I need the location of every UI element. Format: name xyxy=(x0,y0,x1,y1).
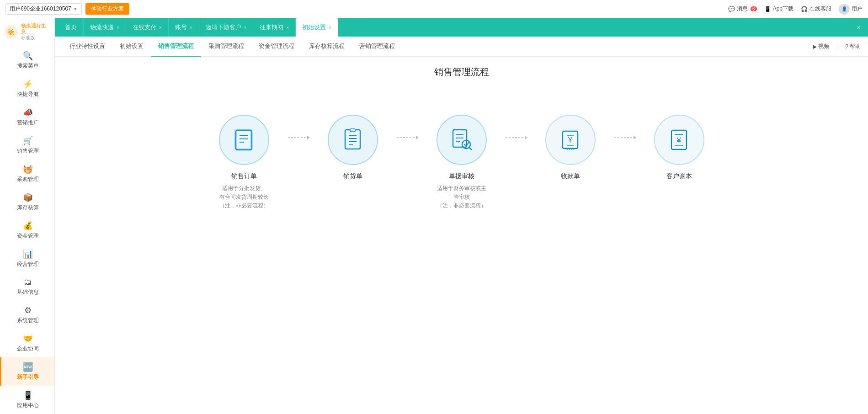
message-label: 消息 xyxy=(737,5,748,13)
nav-tab-payment-label: 在线支付 xyxy=(133,23,156,32)
content-area: 首页 物流快递 × 在线支付 × 账号 × 邀请下游客户 × 往来期初 × xyxy=(55,18,868,414)
nav-close-all-button[interactable]: × xyxy=(853,24,864,31)
sub-tab-purchase-flow[interactable]: 采购管理流程 xyxy=(201,37,251,57)
sidebar-label-sales: 销售管理 xyxy=(17,147,39,155)
app-download-label: App下载 xyxy=(773,5,793,13)
flow-arrow-3 xyxy=(503,133,529,142)
sub-tab-init[interactable]: 初始设置 xyxy=(112,37,151,57)
flow-arrow-1 xyxy=(285,133,312,142)
help-icon: ? xyxy=(845,43,848,50)
sub-tabs: 行业特性设置 初始设置 销售管理流程 采购管理流程 资金管理流程 库存核算流程 … xyxy=(55,37,868,57)
help-label: 帮助 xyxy=(850,42,861,50)
nav-tab-invite-close[interactable]: × xyxy=(244,25,247,30)
sub-tab-inventory-flow[interactable]: 库存核算流程 xyxy=(302,37,352,57)
headset-icon: 🎧 xyxy=(801,6,808,12)
flow-item-doc-review: 单据审核 适用于财务审核或主管审核（注：非必要流程） xyxy=(421,115,503,211)
nav-tab-logistics-close[interactable]: × xyxy=(117,25,119,30)
main-layout: 畅 畅康通好生意 标准版 🔍 搜索菜单 ⚡ 快捷导航 📣 营销推广 🛒 销售管理… xyxy=(0,18,868,414)
sidebar-item-marketing[interactable]: 📣 营销推广 xyxy=(0,103,54,131)
nav-tab-home[interactable]: 首页 xyxy=(59,18,84,37)
nav-tab-account[interactable]: 账号 × xyxy=(169,18,199,37)
nav-tab-payment-close[interactable]: × xyxy=(159,25,162,30)
sub-tab-industry-label: 行业特性设置 xyxy=(69,42,105,50)
search-icon: 🔍 xyxy=(23,51,33,61)
avatar: 👤 xyxy=(839,4,850,15)
sidebar-item-inventory[interactable]: 📦 库存核算 xyxy=(0,188,54,216)
nav-tab-home-label: 首页 xyxy=(65,23,77,32)
megaphone-icon: 📣 xyxy=(23,107,33,117)
flow-circle-sales-order[interactable] xyxy=(219,115,269,165)
nav-tab-period[interactable]: 往来期初 × xyxy=(253,18,296,37)
nav-bar: 首页 物流快递 × 在线支付 × 账号 × 邀请下游客户 × 往来期初 × xyxy=(55,18,868,37)
money-icon: 💰 xyxy=(23,221,33,231)
svg-marker-16 xyxy=(416,136,419,139)
logo-text-block: 畅康通好生意 标准版 xyxy=(21,23,51,41)
sidebar-item-finance[interactable]: 💰 资金管理 xyxy=(0,216,54,244)
sidebar-item-quick-nav[interactable]: ⚡ 快捷导航 xyxy=(0,74,54,103)
sub-tab-inventory-flow-label: 库存核算流程 xyxy=(309,42,345,50)
sub-tab-sales-flow-label: 销售管理流程 xyxy=(158,42,194,50)
flow-desc-doc-review: 适用于财务审核或主管审核（注：非必要流程） xyxy=(437,184,486,211)
folder-icon: 🗂 xyxy=(24,277,32,287)
sub-tab-init-label: 初始设置 xyxy=(120,42,144,50)
video-link[interactable]: ▶ 视频 xyxy=(813,42,829,50)
flow-name-customer-ledger: 客户账本 xyxy=(666,172,692,180)
nav-tab-account-close[interactable]: × xyxy=(190,25,192,30)
flow-item-sales-order: 销售订单 适用于分批发货、有合同发货周期较长（注：非必要流程） xyxy=(203,115,285,211)
flow-item-sales-invoice: 销货单 xyxy=(312,115,394,184)
nav-tab-initsettings[interactable]: 初始设置 × xyxy=(296,18,338,37)
user-avatar-group[interactable]: 👤 用户 xyxy=(839,4,863,15)
sidebar-label-purchase: 采购管理 xyxy=(17,175,39,183)
flow-name-sales-invoice: 销货单 xyxy=(343,172,362,180)
nav-tab-period-label: 往来期初 xyxy=(260,23,283,32)
sidebar-item-collab[interactable]: 🤝 企业协同 xyxy=(0,329,54,357)
nav-tab-invite[interactable]: 邀请下游客户 × xyxy=(199,18,254,37)
sub-tab-finance-flow[interactable]: 资金管理流程 xyxy=(251,37,302,57)
flow-circle-doc-review[interactable] xyxy=(437,115,487,165)
sidebar-item-system[interactable]: ⚙ 系统管理 xyxy=(0,301,54,329)
nav-tab-logistics[interactable]: 物流快递 × xyxy=(84,18,126,37)
nav-tab-period-close[interactable]: × xyxy=(286,25,289,30)
flow-item-customer-ledger: ¥ 客户账本 xyxy=(638,115,720,184)
nav-tab-logistics-label: 物流快递 xyxy=(90,23,114,32)
flow-arrow-2 xyxy=(394,133,421,142)
flow-circle-sales-invoice[interactable] xyxy=(328,115,378,165)
online-service-group[interactable]: 🎧 在线客服 xyxy=(801,5,831,13)
message-group[interactable]: 💬 消息 6 xyxy=(728,5,757,13)
sidebar-item-ops[interactable]: 📊 经营管理 xyxy=(0,244,54,273)
chevron-down-icon: ▼ xyxy=(73,6,78,11)
sub-tab-mkt-flow[interactable]: 营销管理流程 xyxy=(352,37,402,57)
nav-tab-initsettings-close[interactable]: × xyxy=(329,25,331,30)
sidebar-label-inventory: 库存核算 xyxy=(17,204,39,212)
online-service-label: 在线客服 xyxy=(809,5,831,13)
flow-circle-customer-ledger[interactable]: ¥ xyxy=(654,115,704,165)
flow-circle-receipt[interactable]: ¥ xyxy=(545,115,596,165)
svg-marker-8 xyxy=(307,136,310,139)
sidebar-label-system: 系统管理 xyxy=(17,317,39,324)
sidebar-label-baseinfo: 基础信息 xyxy=(17,288,39,296)
sidebar-label-appcenter: 应用中心 xyxy=(17,402,39,409)
chart-icon: 📊 xyxy=(23,249,33,259)
cart-icon: 🛒 xyxy=(23,136,33,146)
nav-tab-payment[interactable]: 在线支付 × xyxy=(126,18,169,37)
logo-subtitle: 标准版 xyxy=(21,35,51,41)
svg-marker-26 xyxy=(525,136,527,139)
flow-arrow-4 xyxy=(612,133,638,142)
sidebar-item-sales[interactable]: 🛒 销售管理 xyxy=(0,131,54,159)
flow-desc-sales-order: 适用于分批发货、有合同发货周期较长（注：非必要流程） xyxy=(219,184,269,211)
sidebar-item-baseinfo[interactable]: 🗂 基础信息 xyxy=(0,273,54,301)
sub-tab-industry[interactable]: 行业特性设置 xyxy=(62,37,112,57)
top-header: 用户690企业1660120507 ▼ 体验行业方案 💬 消息 6 📱 App下… xyxy=(0,0,868,18)
sidebar-item-purchase[interactable]: 🧺 采购管理 xyxy=(0,159,54,188)
sidebar-item-search-menu[interactable]: 🔍 搜索菜单 xyxy=(0,46,54,74)
flow-name-sales-order: 销售订单 xyxy=(231,172,257,180)
sub-tab-sales-flow[interactable]: 销售管理流程 xyxy=(151,37,201,57)
sidebar-item-newguide[interactable]: 🆕 新手引导 xyxy=(0,357,54,386)
app-download-group[interactable]: 📱 App下载 xyxy=(764,5,793,13)
box-icon: 📦 xyxy=(23,192,33,202)
sidebar-item-appcenter[interactable]: 📱 应用中心 xyxy=(0,386,54,414)
experience-button[interactable]: 体验行业方案 xyxy=(85,3,129,15)
sub-tab-finance-flow-label: 资金管理流程 xyxy=(259,42,294,50)
user-selector[interactable]: 用户690企业1660120507 ▼ xyxy=(5,3,82,15)
help-link[interactable]: ? 帮助 xyxy=(845,42,861,50)
